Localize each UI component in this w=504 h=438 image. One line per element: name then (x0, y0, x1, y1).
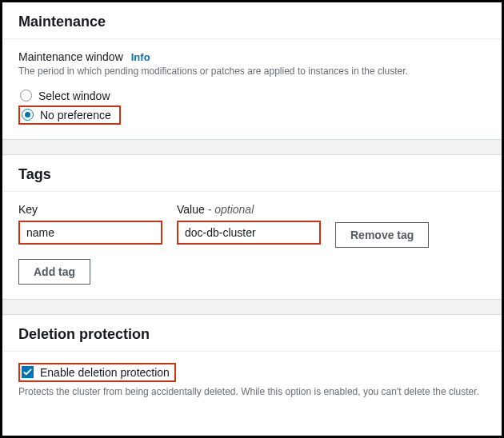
tag-value-input[interactable] (177, 221, 321, 245)
info-link[interactable]: Info (131, 51, 150, 63)
maintenance-hint: The period in which pending modification… (18, 65, 486, 78)
radio-icon (20, 90, 32, 102)
tag-key-col: Key (18, 203, 162, 245)
tags-row: Key Value - optional Remove tag (18, 203, 486, 245)
add-tag-button[interactable]: Add tag (18, 259, 90, 285)
deletion-title: Deletion protection (18, 326, 486, 343)
checkbox-checked-icon (22, 366, 34, 378)
maintenance-section: Maintenance Maintenance window Info The … (2, 2, 502, 139)
add-tag-row: Add tag (18, 259, 486, 285)
highlight-enable-deletion: Enable deletion protection (18, 363, 176, 382)
radio-label: No preference (40, 109, 111, 121)
maintenance-radio-group: Select window No preference (18, 86, 486, 125)
remove-tag-button[interactable]: Remove tag (335, 222, 429, 248)
tag-value-optional: - optional (205, 203, 254, 216)
deletion-header: Deletion protection (2, 315, 502, 352)
tag-key-input[interactable] (18, 221, 162, 245)
maintenance-body: Maintenance window Info The period in wh… (2, 39, 502, 139)
tag-value-label: Value - optional (177, 203, 321, 216)
radio-icon-checked (22, 109, 34, 121)
deletion-hint: Protects the cluster from being accident… (18, 385, 486, 399)
tags-header: Tags (2, 155, 502, 192)
maintenance-window-label: Maintenance window (18, 50, 123, 63)
enable-deletion-label: Enable deletion protection (40, 366, 170, 379)
section-gap (2, 139, 502, 155)
tag-value-col: Value - optional (177, 203, 321, 245)
radio-no-preference[interactable]: No preference (22, 109, 111, 121)
section-gap (2, 299, 502, 315)
tags-body: Key Value - optional Remove tag Add tag (2, 192, 502, 299)
tags-title: Tags (18, 166, 486, 183)
deletion-body: Enable deletion protection Protects the … (2, 352, 502, 413)
maintenance-window-label-row: Maintenance window Info (18, 50, 486, 63)
maintenance-header: Maintenance (2, 2, 502, 39)
tag-remove-col: Remove tag (335, 222, 429, 245)
enable-deletion-checkbox-row[interactable]: Enable deletion protection (22, 366, 170, 379)
deletion-section: Deletion protection Enable deletion prot… (2, 315, 502, 413)
tag-value-label-text: Value (177, 203, 205, 216)
tags-section: Tags Key Value - optional Remove tag Add… (2, 155, 502, 299)
tag-key-label: Key (18, 203, 162, 216)
radio-label: Select window (38, 90, 110, 102)
maintenance-title: Maintenance (18, 14, 486, 30)
highlight-no-preference: No preference (18, 106, 121, 125)
radio-select-window[interactable]: Select window (18, 86, 486, 106)
